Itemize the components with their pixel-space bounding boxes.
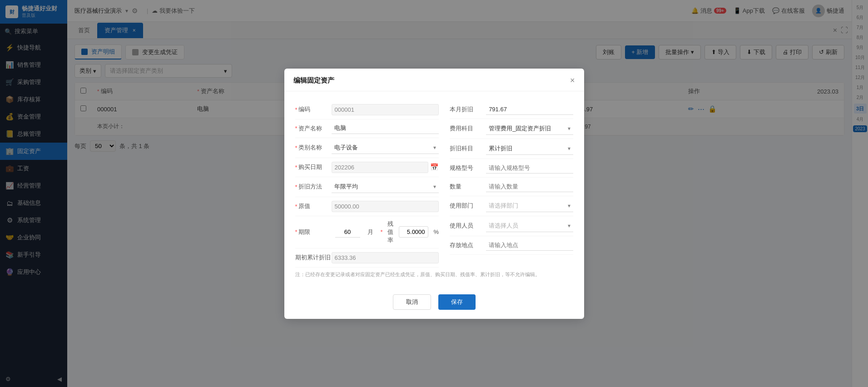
form-row-purchase-date: * 购买日期 📅 [295,158,439,177]
residual-input[interactable] [399,226,428,238]
edit-asset-modal: 编辑固定资产 × * 编码 [284,69,584,319]
dep-method-select[interactable]: 年限平均 ▾ [332,181,439,193]
form-row-original-value: * 原值 [295,197,439,216]
modal-overlay[interactable]: 编辑固定资产 × * 编码 [0,0,868,387]
cancel-btn[interactable]: 取消 [393,294,431,310]
opening-dep-input[interactable] [332,252,439,263]
modal-note: 注：已经存在变更记录或者对应固定资产已经生成凭证，原值、购买日期、残值率、累计折… [295,271,573,278]
expense-subject-select[interactable]: 管理费用_固定资产折旧 ▾ [486,123,573,135]
form-row-this-month-dep: 本月折旧 [450,100,573,119]
modal-body: * 编码 * 资产名称 [284,91,584,289]
original-value-input[interactable] [332,201,439,212]
form-row-quantity: 数量 [450,178,573,196]
personnel-arrow-icon: ▾ [568,223,570,229]
form-row-opening-dep: 期初累计折旧 [295,248,439,268]
form-row-dep-method: * 折旧方法 年限平均 ▾ [295,177,439,197]
category-select[interactable]: 电子设备 ▾ [332,142,439,154]
dep-subject-select[interactable]: 累计折旧 ▾ [486,143,573,155]
code-input[interactable] [332,104,439,115]
modal-footer: 取消 保存 [284,289,584,319]
dep-method-arrow-icon: ▾ [433,184,436,190]
expense-subject-arrow-icon: ▾ [568,125,570,132]
modal-header: 编辑固定资产 × [284,69,584,91]
location-input[interactable] [486,240,573,251]
form-row-location: 存放地点 [450,236,573,255]
asset-name-input[interactable] [332,123,439,134]
quantity-input[interactable] [486,181,573,192]
form-row-department: 使用部门 请选择部门 ▾ [450,196,573,216]
form-row-period-residual: * 期限 月 * 残值率 % [295,216,439,248]
personnel-select[interactable]: 请选择人员 ▾ [486,220,573,232]
dep-subject-arrow-icon: ▾ [568,145,570,152]
calendar-icon[interactable]: 📅 [430,163,439,171]
spec-input[interactable] [486,163,573,174]
form-row-dep-subject: 折旧科目 累计折旧 ▾ [450,139,573,159]
form-left-col: * 编码 * 资产名称 [295,100,439,268]
purchase-date-input[interactable] [332,162,429,173]
form-right-col: 本月折旧 费用科目 管理费用_固定资产折旧 ▾ [450,100,573,268]
form-row-personnel: 使用人员 请选择人员 ▾ [450,216,573,236]
form-row-asset-name: * 资产名称 [295,119,439,138]
category-arrow-icon: ▾ [433,144,436,151]
form-row-spec: 规格型号 [450,159,573,178]
modal-title: 编辑固定资产 [293,76,334,85]
form-grid: * 编码 * 资产名称 [295,100,573,268]
form-row-expense-subject: 费用科目 管理费用_固定资产折旧 ▾ [450,119,573,139]
form-row-code: * 编码 [295,100,439,119]
this-month-dep-input[interactable] [486,104,573,115]
save-btn[interactable]: 保存 [438,294,476,310]
form-row-category: * 类别名称 电子设备 ▾ [295,138,439,158]
period-input[interactable] [335,227,360,238]
department-select[interactable]: 请选择部门 ▾ [486,200,573,212]
dept-arrow-icon: ▾ [568,203,570,209]
modal-close-btn[interactable]: × [570,76,575,85]
